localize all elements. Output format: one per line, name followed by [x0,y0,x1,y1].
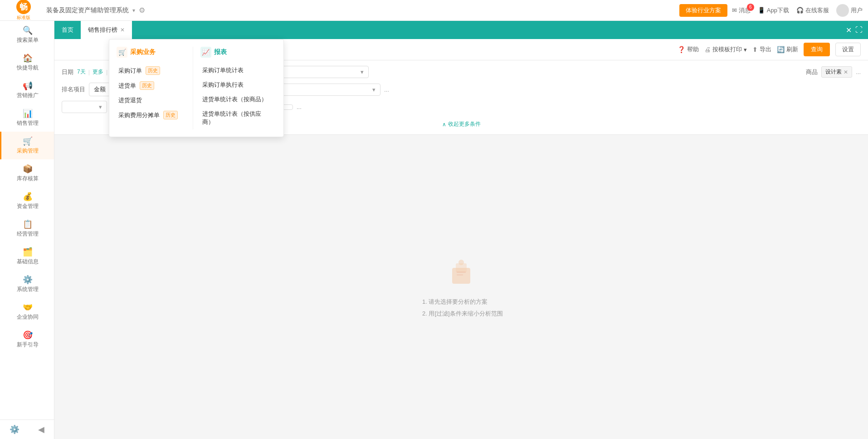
user-button[interactable]: 用户 [836,4,863,17]
operation-icon: 📋 [23,220,33,228]
sidebar-item-operation[interactable]: 📋 经营管理 [0,215,54,242]
logo-tag: 标准版 [17,15,30,21]
empty-step-2: 用[过滤]条件来缩小分析范围 [429,308,502,320]
dropdown-item-purchase-order[interactable]: 采购订单 历史 [117,63,185,78]
sales-icon: 📊 [23,109,33,118]
rank-label: 排名项目 [62,85,85,94]
sidebar-item-marketing[interactable]: 📢 营销推广 [0,76,54,104]
sidebar: 🔍 搜索菜单 🏠 快捷导航 📢 营销推广 📊 销售管理 🛒 采购管理 📦 库存核… [0,21,54,439]
tab-bar: 首页 销售排行榜 ✕ ✕ ⛶ [54,21,868,39]
tab-home[interactable]: 首页 [54,21,81,39]
empty-illustration [443,254,479,291]
tab-sales-rank[interactable]: 销售排行榜 ✕ [81,21,132,39]
marketing-icon: 📢 [23,82,33,90]
dropdown-item-report-incoming-goods[interactable]: 进货单统计表（按商品） [200,92,269,107]
system-icon: ⚙️ [23,276,33,284]
system-title-area: 装备及固定资产辅助管理系统 ▾ ⚙ [46,6,675,15]
purchase-dropdown: 🛒 采购业务 采购订单 历史 进货单 历史 进货退货 采购费用分摊单 历史 [109,39,284,137]
salesperson-dots[interactable]: ... [384,86,389,93]
sidebar-item-sales[interactable]: 📊 销售管理 [0,104,54,132]
refresh-icon: 🔄 [777,46,785,53]
inventory-icon: 📦 [23,165,33,173]
phone-icon: 📱 [758,7,765,14]
sidebar-item-nav[interactable]: 🏠 快捷导航 [0,49,54,76]
guide-icon: 🎯 [23,331,33,339]
dropdown-item-report-incoming-supplier[interactable]: 进货单统计表（按供应商） [200,107,269,129]
salesperson-arrow-icon: ▾ [372,86,375,93]
tab-right-controls: ✕ ⛶ [846,26,868,35]
period-filter-group: ▾ [62,101,107,113]
period-select[interactable]: ▾ [62,101,107,113]
collapse-up-icon: ∧ [442,121,446,128]
sidebar-item-finance[interactable]: 💰 资金管理 [0,187,54,215]
sidebar-item-purchase[interactable]: 🛒 采购管理 [0,132,54,159]
print-icon: 🖨 [704,46,711,53]
goods-filter-group: 商品 设计素 ✕ ... [806,66,861,78]
main-layout: 🔍 搜索菜单 🏠 快捷导航 📢 营销推广 📊 销售管理 🛒 采购管理 📦 库存核… [0,21,868,439]
export-button[interactable]: ⬆ 导出 [752,45,771,54]
headset-icon: 🎧 [796,7,804,14]
sidebar-settings-button[interactable]: ⚙️ [10,424,20,434]
svg-point-2 [458,260,464,265]
report-col-icon: 📈 [200,47,211,58]
enterprise-icon: 🤝 [23,303,33,311]
goods-tag-close-icon[interactable]: ✕ [844,69,848,75]
industry-button[interactable]: 体验行业方案 [679,4,727,17]
svg-rect-3 [457,271,466,273]
salesperson-filter-group: 业务员 ▾ ... [223,84,861,96]
status-filter-group: 单据状态 ▾ [205,66,799,78]
dropdown-item-report-order-exec[interactable]: 采购订单执行表 [200,78,269,92]
purchase-col: 🛒 采购业务 采购订单 历史 进货单 历史 进货退货 采购费用分摊单 历史 [117,47,193,129]
title-arrow-icon[interactable]: ▾ [132,7,135,14]
history-badge-0: 历史 [146,66,160,75]
sidebar-item-enterprise[interactable]: 🤝 企业协同 [0,298,54,326]
goods-dots[interactable]: ... [856,69,861,75]
sidebar-item-search[interactable]: 🔍 搜索菜单 [0,21,54,49]
dropdown-item-report-order-stat[interactable]: 采购订单统计表 [200,63,269,78]
help-button[interactable]: ❓ 帮助 [678,45,699,54]
purchase-icon: 🛒 [23,137,33,145]
svg-rect-4 [457,274,463,276]
sidebar-collapse-button[interactable]: ◀ [38,424,44,434]
content-area: 首页 销售排行榜 ✕ ✕ ⛶ ❓ 帮助 🖨 按模板打印 ▾ ⬆ [54,21,868,439]
dropdown-item-return[interactable]: 进货退货 [117,93,185,108]
sidebar-item-inventory[interactable]: 📦 库存核算 [0,159,54,187]
settings-button[interactable]: 设置 [835,43,861,56]
date-7days[interactable]: 7天 [77,68,86,76]
empty-step-1: 请先选择要分析的方案 [429,296,502,308]
sidebar-item-guide[interactable]: 🎯 新手引导 [0,326,54,353]
system-title: 装备及固定资产辅助管理系统 [46,6,129,15]
sidebar-item-system[interactable]: ⚙️ 系统管理 [0,270,54,298]
user-avatar [836,4,849,17]
purchase-col-icon: 🛒 [117,47,127,58]
dropdown-item-incoming[interactable]: 进货单 历史 [117,78,185,93]
tab-close-button[interactable]: ✕ [846,26,852,35]
tab-expand-button[interactable]: ⛶ [855,26,863,34]
print-button[interactable]: 🖨 按模板打印 ▾ [704,45,747,54]
empty-instructions: 请先选择要分析的方案 用[过滤]条件来缩小分析范围 [419,296,502,320]
sidebar-bottom: ⚙️ ◀ [0,419,54,439]
message-icon: ✉ [732,7,737,14]
purchase-col-title: 🛒 采购业务 [117,47,185,58]
history-badge-3: 历史 [163,111,178,119]
title-gear-icon[interactable]: ⚙ [139,6,145,15]
date-label: 日期 [62,68,73,76]
query-button[interactable]: 查询 [804,43,830,56]
dropdown-item-expense[interactable]: 采购费用分摊单 历史 [117,108,185,123]
message-button[interactable]: ✉ 消息 6 [732,6,751,15]
online-service-button[interactable]: 🎧 在线客服 [796,6,829,15]
tab-close-icon[interactable]: ✕ [120,27,125,33]
customer-dots[interactable]: ... [297,104,302,110]
print-arrow-icon[interactable]: ▾ [744,46,747,53]
app-download-button[interactable]: 📱 App下载 [758,6,789,15]
logo-icon: 畅 [16,0,31,14]
goods-label: 商品 [806,68,818,76]
report-col: 📈 报表 采购订单统计表 采购订单执行表 进货单统计表（按商品） 进货单统计表（… [193,47,277,129]
home-icon: 🏠 [23,54,33,62]
date-more[interactable]: 更多 [93,68,103,76]
history-badge-1: 历史 [140,81,154,90]
help-icon: ❓ [678,46,685,53]
export-icon: ⬆ [752,46,758,53]
refresh-button[interactable]: 🔄 刷新 [777,45,798,54]
sidebar-item-base[interactable]: 🗂️ 基础信息 [0,242,54,270]
